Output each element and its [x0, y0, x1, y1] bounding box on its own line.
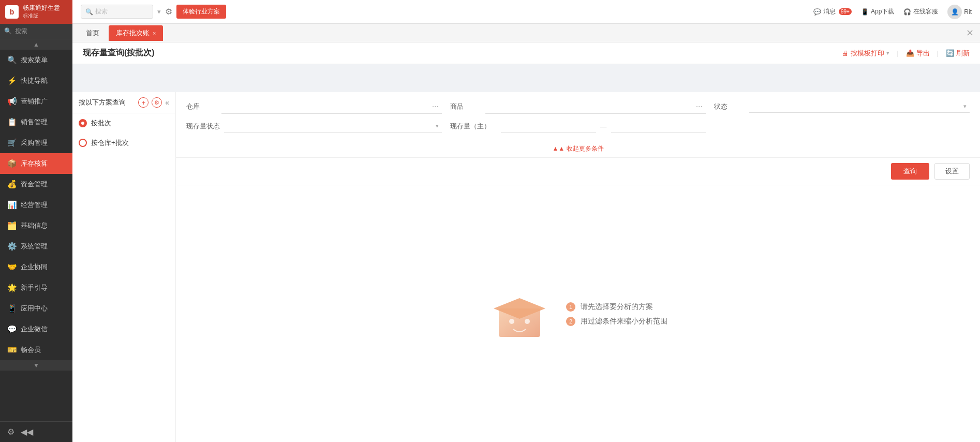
empty-state: 1 请先选择要分析的方案 2 用过滤条件来缩小分析范围 [176, 185, 980, 442]
product-dots[interactable]: ··· [696, 102, 703, 111]
tab-home[interactable]: 首页 [79, 25, 107, 41]
tabbar: 首页 库存批次账 × ✕ [72, 24, 980, 42]
collapse-sidebar-icon[interactable]: ◀◀ [21, 427, 33, 437]
sidebar-item-新手引导[interactable]: 🌟 新手引导 [0, 277, 72, 298]
settings-icon[interactable]: ⚙ [7, 427, 14, 437]
user-name: Rit [964, 8, 972, 16]
nav-icon-12: 📱 [7, 304, 17, 313]
inventory-status-select[interactable] [227, 122, 436, 130]
status-select[interactable] [752, 102, 963, 110]
nav-label-2: 营销推广 [21, 97, 48, 106]
user-menu-item[interactable]: 👤 Rit [947, 5, 972, 19]
scheme-panel: 按以下方案查询 + ⚙ « 按批次 按仓库+批次 [72, 92, 176, 442]
top-search-bar[interactable]: 🔍 搜索 [81, 5, 153, 19]
scheme-collapse-btn[interactable]: « [165, 98, 169, 107]
app-download-item[interactable]: 📱 App下载 [861, 7, 894, 16]
collapse-label: 收起更多条件 [567, 145, 604, 152]
sidebar-item-系统管理[interactable]: ⚙️ 系统管理 [0, 236, 72, 257]
nav-icon-1: ⚡ [7, 76, 17, 85]
sidebar-item-企业协同[interactable]: 🤝 企业协同 [0, 257, 72, 277]
page-title: 现存量查询(按批次) [83, 48, 155, 58]
online-support-item[interactable]: 🎧 在线客服 [903, 7, 938, 16]
product-input[interactable] [488, 100, 696, 112]
experience-btn[interactable]: 体验行业方案 [176, 5, 226, 19]
tab-inventory-batch[interactable]: 库存批次账 × [109, 25, 163, 41]
topbar-settings-icon[interactable]: ⚙ [165, 7, 172, 17]
scheme-add-btn[interactable]: + [138, 97, 149, 108]
nav-label-9: 系统管理 [21, 242, 48, 251]
tab-close-icon[interactable]: × [153, 30, 156, 36]
inventory-qty-field: 现存量（主） — [450, 120, 706, 132]
sidebar-item-畅会员[interactable]: 🎫 畅会员 [0, 340, 72, 360]
topbar-dropdown-icon[interactable]: ▾ [157, 8, 161, 16]
svg-point-2 [509, 319, 514, 324]
tip-1: 1 请先选择要分析的方案 [566, 299, 667, 314]
scheme-item-1[interactable]: 按仓库+批次 [72, 133, 175, 153]
sidebar-search-bar[interactable]: 🔍 搜索 [0, 24, 72, 39]
query-btn[interactable]: 查询 [891, 163, 929, 180]
inventory-qty-max[interactable] [611, 120, 706, 132]
sidebar-item-销售管理[interactable]: 📋 销售管理 [0, 112, 72, 132]
scroll-down-btn[interactable]: ▼ [0, 360, 72, 371]
main-area: 🔍 搜索 ▾ ⚙ 体验行业方案 💬 消息 99+ 📱 App下载 🎧 在线客服 [72, 0, 980, 442]
sidebar-item-采购管理[interactable]: 🛒 采购管理 [0, 132, 72, 153]
filter-row-2: 现存量状态 ▾ 现存量（主） [186, 120, 970, 132]
filter-row-1: 仓库 ··· 商品 ··· [186, 99, 970, 114]
nav-label-4: 采购管理 [21, 138, 48, 148]
refresh-icon: 🔄 [946, 49, 954, 57]
scheme-radio-1 [79, 139, 87, 147]
warehouse-input[interactable] [225, 100, 432, 112]
right-panel: 仓库 ··· 商品 ··· [176, 92, 980, 442]
collapse-icon: ▲▲ [552, 145, 565, 152]
scheme-settings-icon: ⚙ [154, 99, 159, 106]
export-btn[interactable]: 📤 导出 [906, 49, 930, 58]
range-dash: — [600, 123, 607, 130]
refresh-btn[interactable]: 🔄 刷新 [946, 49, 970, 58]
warehouse-input-wrapper[interactable]: ··· [221, 99, 442, 114]
messages-icon: 💬 [813, 8, 821, 16]
sidebar-item-基础信息[interactable]: 🗂️ 基础信息 [0, 215, 72, 236]
content-wrapper: 现存量查询(按批次) 🖨 按模板打印 ▾ | 📤 导出 | 🔄 [72, 42, 980, 64]
inventory-status-select-wrapper[interactable]: ▾ [224, 120, 442, 132]
online-support-icon: 🎧 [903, 8, 911, 16]
topbar-right: 💬 消息 99+ 📱 App下载 🎧 在线客服 👤 Rit [813, 5, 972, 19]
sidebar-item-快捷导航[interactable]: ⚡ 快捷导航 [0, 70, 72, 91]
tab-close-all-icon[interactable]: ✕ [966, 27, 974, 39]
scroll-up-btn[interactable]: ▲ [0, 39, 72, 50]
sidebar-item-营销推广[interactable]: 📢 营销推广 [0, 91, 72, 112]
sidebar-item-资金管理[interactable]: 💰 资金管理 [0, 174, 72, 195]
sidebar-item-经营管理[interactable]: 📊 经营管理 [0, 195, 72, 215]
export-icon: 📤 [906, 49, 914, 57]
inventory-qty-label: 现存量（主） [450, 122, 497, 131]
print-icon: 🖨 [842, 49, 849, 57]
sidebar-item-应用中心[interactable]: 📱 应用中心 [0, 298, 72, 319]
scheme-items-list: 按批次 按仓库+批次 [72, 113, 175, 153]
print-dropdown-icon[interactable]: ▾ [886, 50, 889, 56]
tab-home-label: 首页 [86, 28, 99, 38]
app-version: 标准版 [23, 12, 60, 20]
collapse-bar[interactable]: ▲▲ 收起更多条件 [176, 140, 980, 158]
scheme-settings-btn[interactable]: ⚙ [152, 97, 162, 108]
sidebar-item-库存核算[interactable]: 📦 库存核算 [0, 153, 72, 174]
status-select-wrapper[interactable]: ▾ [749, 100, 970, 113]
settings-btn[interactable]: 设置 [934, 163, 970, 180]
scheme-radio-0 [79, 119, 87, 127]
status-field: 状态 ▾ [714, 100, 970, 113]
content-area: 现存量查询(按批次) 🖨 按模板打印 ▾ | 📤 导出 | 🔄 [72, 42, 980, 442]
user-avatar: 👤 [947, 5, 962, 19]
nav-icon-10: 🤝 [7, 262, 17, 272]
print-btn[interactable]: 🖨 按模板打印 ▾ [842, 49, 889, 58]
inventory-qty-range: — [501, 120, 706, 132]
divider1: | [897, 49, 898, 57]
top-search-placeholder: 搜索 [95, 7, 108, 16]
svg-point-3 [525, 319, 530, 324]
nav-icon-9: ⚙️ [7, 242, 17, 251]
sidebar-item-企业微信[interactable]: 💬 企业微信 [0, 319, 72, 340]
scheme-item-0[interactable]: 按批次 [72, 113, 175, 133]
product-input-wrapper[interactable]: ··· [485, 99, 706, 114]
sidebar-bottom: ⚙ ◀◀ [0, 421, 72, 442]
messages-item[interactable]: 💬 消息 99+ [813, 7, 852, 16]
sidebar-item-搜索菜单[interactable]: 🔍 搜索菜单 [0, 50, 72, 70]
inventory-qty-min[interactable] [501, 120, 596, 132]
warehouse-dots[interactable]: ··· [432, 102, 439, 111]
